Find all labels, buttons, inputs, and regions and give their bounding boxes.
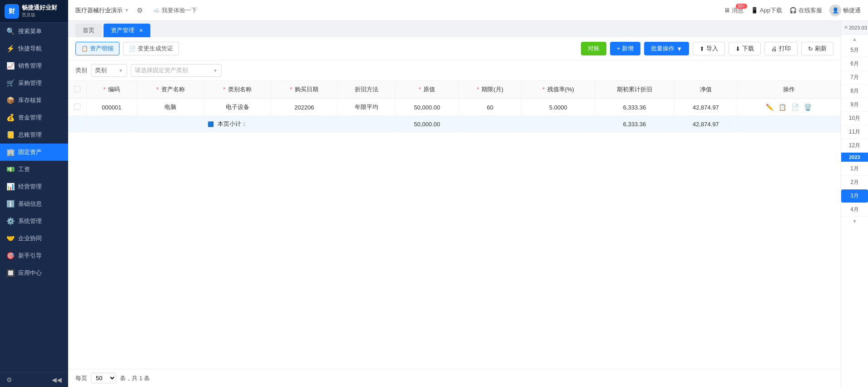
- online-service-button[interactable]: 🎧 在线客服: [789, 6, 822, 15]
- month-7-prev[interactable]: 7月: [841, 71, 868, 84]
- table-header-row: * 编码 * 资产名称 * 类别名称: [68, 81, 841, 99]
- download-icon: 📱: [751, 7, 758, 14]
- row-code: 000001: [102, 104, 121, 111]
- month-9-prev[interactable]: 9月: [841, 98, 868, 112]
- edit-icon[interactable]: ✏️: [765, 102, 775, 112]
- sidebar-item-ledger[interactable]: 📒 总账管理: [0, 126, 68, 144]
- tab-close-icon[interactable]: ✕: [139, 28, 143, 33]
- header-checkbox[interactable]: [74, 86, 80, 92]
- print-button[interactable]: 🖨 打印: [764, 42, 798, 55]
- info-icon: ℹ️: [6, 200, 15, 208]
- year-2023-label[interactable]: 2023: [841, 153, 868, 162]
- month-12-prev[interactable]: 12月: [841, 139, 868, 153]
- download-label: 下载: [742, 45, 754, 53]
- sub-tab-asset-detail[interactable]: 📋 资产明细: [75, 42, 119, 55]
- sidebar-item-sales[interactable]: 📈 销售管理: [0, 57, 68, 74]
- col-category: * 类别名称: [204, 81, 271, 99]
- right-panel-close-icon[interactable]: ✕: [843, 24, 849, 31]
- tab-asset-management[interactable]: 资产管理 ✕: [104, 24, 150, 37]
- tab-home[interactable]: 首页: [75, 24, 102, 37]
- sidebar-item-quicknav[interactable]: ⚡ 快捷导航: [0, 40, 68, 57]
- sidebar-item-collab[interactable]: 🤝 企业协同: [0, 230, 68, 247]
- filter-category-input[interactable]: 请选择固定资产类别 ▼: [131, 64, 222, 77]
- sidebar-item-search[interactable]: 🔍 搜索菜单: [0, 23, 68, 40]
- app-center-icon: 🔲: [6, 269, 15, 277]
- search-icon: 🔍: [6, 27, 15, 35]
- main-area: 医疗器械行业演示 ▼ ⚙ ☁️ 我要体验一下 🖥 消息 99+ 📱 App下载 …: [68, 0, 868, 387]
- sidebar-item-app-center[interactable]: 🔲 应用中心: [0, 264, 68, 282]
- download-button[interactable]: ⬇ 下载: [729, 42, 761, 55]
- month-3-curr[interactable]: 3月: [841, 189, 868, 203]
- experience-button[interactable]: ☁️ 我要体验一下: [153, 6, 197, 15]
- sidebar-item-system[interactable]: ⚙️ 系统管理: [0, 213, 68, 230]
- settings-gear-icon[interactable]: ⚙: [6, 376, 12, 383]
- sidebar-item-fixed-assets[interactable]: 🏢 固定资产: [0, 144, 68, 161]
- import-button[interactable]: ⬆ 导入: [693, 42, 725, 55]
- sub-tab-generate-voucher-label: 变更生成凭证: [138, 45, 173, 53]
- sidebar-collapse-icon[interactable]: ◀◀: [52, 376, 62, 383]
- row-name: 电脑: [164, 104, 176, 110]
- sidebar-item-funds[interactable]: 💰 资金管理: [0, 109, 68, 126]
- sidebar-nav: 🔍 搜索菜单 ⚡ 快捷导航 📈 销售管理 🛒 采购管理 📦 库存核算 💰 资金管…: [0, 23, 68, 372]
- month-1-curr[interactable]: 1月: [841, 162, 868, 176]
- sidebar-item-label: 库存核算: [18, 96, 42, 104]
- guide-icon: 🎯: [6, 252, 15, 260]
- sidebar-item-label: 系统管理: [18, 217, 42, 225]
- service-icon: 🎧: [789, 7, 797, 14]
- collab-icon: 🤝: [6, 234, 15, 243]
- month-8-prev[interactable]: 8月: [841, 84, 868, 98]
- topbar: 医疗器械行业演示 ▼ ⚙ ☁️ 我要体验一下 🖥 消息 99+ 📱 App下载 …: [68, 0, 868, 21]
- reconcile-button[interactable]: 对账: [581, 42, 606, 55]
- scroll-down-icon[interactable]: ▼: [841, 217, 868, 226]
- right-panel-date: 2023.03: [849, 25, 867, 30]
- month-6-prev[interactable]: 6月: [841, 57, 868, 71]
- col-depreciation-method: 折旧方法: [337, 81, 396, 99]
- page-body: 📋 资产明细 📄 变更生成凭证 对账 + 新增 批量操作 ▼: [68, 37, 841, 387]
- col-code-label: 编码: [108, 86, 120, 93]
- month-11-prev[interactable]: 11月: [841, 125, 868, 139]
- sidebar-item-inventory[interactable]: 📦 库存核算: [0, 92, 68, 109]
- sidebar-item-purchase[interactable]: 🛒 采购管理: [0, 74, 68, 92]
- scroll-up-icon[interactable]: ▲: [841, 35, 868, 44]
- ledger-icon: 📒: [6, 131, 15, 139]
- filter-type-select[interactable]: 类别 ▼: [91, 64, 127, 77]
- copy-icon[interactable]: 📋: [778, 102, 788, 112]
- row-original-value-cell: 50,000.00: [396, 99, 458, 116]
- new-button[interactable]: + 新增: [610, 42, 640, 55]
- page: 首页 资产管理 ✕ 📋 资产明细 📄 变更生成凭证: [68, 21, 841, 387]
- cloud-icon: ☁️: [153, 7, 160, 14]
- col-period-label: 期限(月): [481, 86, 503, 93]
- app-download-button[interactable]: 📱 App下载: [751, 6, 782, 15]
- row-accumulated-dep: 6,333.36: [623, 104, 646, 111]
- messages-button[interactable]: 🖥 消息 99+: [724, 6, 744, 15]
- sidebar-item-basic-info[interactable]: ℹ️ 基础信息: [0, 195, 68, 213]
- row-accumulated-dep-cell: 6,333.36: [595, 99, 675, 116]
- col-actions-label: 操作: [783, 86, 795, 93]
- sidebar-item-label: 搜索菜单: [18, 27, 42, 35]
- subtotal-code-cell: [86, 116, 137, 132]
- logo-icon: 财: [5, 4, 19, 19]
- per-page-select[interactable]: 50 100: [91, 373, 116, 383]
- sub-tab-generate-voucher[interactable]: 📄 变更生成凭证: [123, 42, 179, 55]
- more-icon[interactable]: 📄: [790, 102, 800, 112]
- sidebar-item-label: 应用中心: [18, 269, 42, 277]
- sidebar-item-management[interactable]: 📊 经营管理: [0, 178, 68, 195]
- filter-row: 类别 类别 ▼ 请选择固定资产类别 ▼: [68, 60, 841, 81]
- user-profile[interactable]: 👤 畅捷通: [829, 5, 861, 16]
- fixed-assets-icon: 🏢: [6, 148, 15, 156]
- topbar-gear-button[interactable]: ⚙: [134, 4, 146, 17]
- sidebar-item-guide[interactable]: 🎯 新手引导: [0, 247, 68, 264]
- col-residual-rate-label: 残值率(%): [547, 86, 574, 93]
- month-5-prev[interactable]: 5月: [841, 44, 868, 57]
- batch-ops-button[interactable]: 批量操作 ▼: [644, 42, 689, 55]
- sidebar-item-payroll[interactable]: 💵 工资: [0, 161, 68, 178]
- company-selector[interactable]: 医疗器械行业演示 ▼: [75, 6, 129, 15]
- month-2-curr[interactable]: 2月: [841, 176, 868, 189]
- sidebar-settings-bar: ⚙ ◀◀: [0, 372, 68, 387]
- row-depreciation: 年限平均: [355, 104, 378, 110]
- refresh-button[interactable]: ↻ 刷新: [801, 42, 833, 55]
- month-4-curr[interactable]: 4月: [841, 203, 868, 217]
- row-checkbox[interactable]: [74, 104, 80, 110]
- delete-icon[interactable]: 🗑️: [803, 102, 813, 112]
- month-10-prev[interactable]: 10月: [841, 112, 868, 125]
